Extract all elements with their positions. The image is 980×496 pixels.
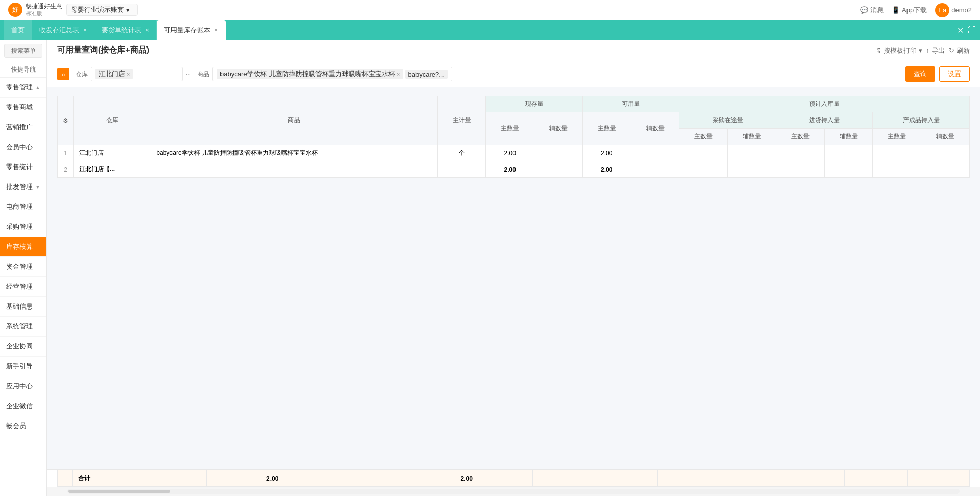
sidebar-item-enterprise[interactable]: 企业协同 (0, 337, 46, 357)
footer-table: 合计 2.00 2.00 (57, 470, 970, 487)
message-icon: 💬 (860, 6, 868, 14)
sidebar-item-app-center[interactable]: 应用中心 (0, 376, 46, 396)
tab-available-stock[interactable]: 可用量库存账本 × (157, 20, 226, 40)
tab-order-stats-close[interactable]: × (145, 27, 149, 34)
user-btn[interactable]: Ea demo2 (935, 3, 972, 17)
table-row: 1 江北门店 babycare学饮杯 儿童防摔防撞吸管杯重力球吸嘴杯宝宝水杯 个… (58, 145, 970, 161)
sidebar-item-system[interactable]: 系统管理 (0, 317, 46, 337)
sidebar-item-newbie[interactable]: 新手引导 (0, 357, 46, 376)
refresh-icon: ↻ (949, 46, 954, 54)
sidebar-item-enterprise-label: 企业协同 (6, 342, 33, 351)
settings-button[interactable]: 设置 (939, 66, 970, 82)
sidebar-item-operations[interactable]: 经营管理 (0, 277, 46, 297)
warehouse-filter-more[interactable]: ··· (186, 70, 191, 78)
top-bar-right: 💬 消息 📱 App下载 Ea demo2 (860, 3, 972, 17)
filter-expand-btn[interactable]: » (57, 68, 69, 80)
close-all-btn[interactable]: ✕ (957, 26, 964, 35)
warehouse-tag-close[interactable]: × (127, 71, 130, 77)
tab-available-stock-close[interactable]: × (214, 27, 218, 34)
query-button[interactable]: 查询 (905, 66, 935, 82)
footer-avail-main: 2.00 (401, 470, 532, 487)
th-settings[interactable]: ⚙ (58, 96, 74, 145)
sidebar-item-wholesale-mgmt[interactable]: 批发管理 ▼ (0, 177, 46, 197)
export-btn[interactable]: ↑ 导出 (926, 46, 945, 55)
sidebar-item-purchase-mgmt[interactable]: 采购管理 (0, 217, 46, 237)
tab-receive-send-close[interactable]: × (83, 27, 87, 34)
refresh-btn[interactable]: ↻ 刷新 (949, 46, 970, 55)
warehouse-tag-text: 江北门店 (99, 69, 125, 79)
user-name: demo2 (951, 6, 972, 14)
sidebar-item-ecommerce[interactable]: 电商管理 (0, 197, 46, 217)
table-footer: 合计 2.00 2.00 (47, 469, 980, 487)
template-print-label: 按模板打印 (884, 46, 917, 55)
message-label: 消息 (870, 6, 884, 15)
warehouse-filter-input[interactable]: 江北门店 × (91, 67, 183, 81)
nav-right-btns: ✕ ⛶ (957, 26, 976, 35)
filter-bar: » 仓库 江北门店 × ··· 商品 babycare学饮杯 儿童防摔防撞吸管杯… (47, 61, 980, 87)
horizontal-scrollbar[interactable] (67, 489, 960, 494)
cell-product-0: babycare学饮杯 儿童防摔防撞吸管杯重力球吸嘴杯宝宝水杯 (151, 145, 437, 161)
sidebar-item-inventory[interactable]: 库存核算 (0, 237, 46, 257)
sidebar-item-retail-mall[interactable]: 零售商城 (0, 98, 46, 117)
cell-purchase-aux-0 (728, 145, 776, 161)
cell-avail-main-0: 2.00 (582, 145, 631, 161)
sidebar-item-enterprise-wx[interactable]: 企业微信 (0, 396, 46, 416)
phone-icon: 📱 (892, 6, 900, 14)
cell-num-0: 1 (58, 145, 74, 161)
footer-row: 合计 2.00 2.00 (58, 470, 970, 487)
table-area: ⚙ 仓库 商品 主计量 现存量 可用量 预计入库量 主数量 辅数量 主数量 辅数… (47, 87, 980, 469)
footer-empty-settings (58, 470, 73, 487)
search-menu-btn[interactable]: 搜索菜单 (4, 44, 42, 58)
print-icon: 🖨 (875, 46, 881, 54)
filter-actions: 查询 设置 (905, 66, 970, 82)
sidebar-quick-nav[interactable]: 快捷导航 (0, 62, 46, 78)
sidebar-item-finance[interactable]: 资金管理 (0, 257, 46, 277)
fullscreen-btn[interactable]: ⛶ (968, 26, 976, 35)
cell-purchase-main-1 (679, 161, 728, 178)
tab-receive-send[interactable]: 收发存汇总表 × (32, 20, 94, 40)
tab-available-stock-label: 可用量库存账本 (164, 26, 210, 35)
th-incoming-aux: 辅数量 (824, 129, 873, 145)
app-download-btn[interactable]: 📱 App下载 (892, 6, 927, 15)
th-current-stock: 现存量 (486, 96, 583, 112)
cell-product-1 (151, 161, 437, 178)
th-product-aux: 辅数量 (921, 129, 970, 145)
top-bar: 好 畅捷通好生意 标准版 母婴行业演示账套 ▾ 💬 消息 📱 App下载 Ea … (0, 0, 980, 20)
product-filter-input[interactable]: babycare学饮杯 儿童防摔防撞吸管杯重力球吸嘴杯宝宝水杯 × babyca… (212, 67, 452, 81)
sidebar-item-vip[interactable]: 畅会员 (0, 416, 46, 436)
footer-stock-main: 2.00 (207, 470, 338, 487)
sidebar-item-retail-mgmt[interactable]: 零售管理 ▲ (0, 78, 46, 98)
tab-home[interactable]: 首页 (4, 20, 32, 40)
cell-product-main-1 (873, 161, 921, 178)
tab-order-stats[interactable]: 要货单统计表 × (94, 20, 157, 40)
th-product-main: 主数量 (873, 129, 921, 145)
avatar: Ea (935, 3, 949, 17)
footer-purchase-aux (657, 470, 720, 487)
page-title: 可用量查询(按仓库+商品) (57, 45, 149, 56)
sidebar-item-marketing[interactable]: 营销推广 (0, 117, 46, 137)
message-btn[interactable]: 💬 消息 (860, 6, 884, 15)
template-print-btn[interactable]: 🖨 按模板打印 ▾ (875, 46, 922, 55)
product-tag-0: babycare学饮杯 儿童防摔防撞吸管杯重力球吸嘴杯宝宝水杯 × (217, 69, 403, 79)
sidebar-item-retail-stats[interactable]: 零售统计 (0, 157, 46, 177)
sidebar-item-ecommerce-label: 电商管理 (6, 202, 33, 211)
cell-stock-aux-0 (534, 145, 583, 161)
industry-selector[interactable]: 母婴行业演示账套 ▾ (66, 4, 138, 16)
cell-warehouse-0: 江北门店 (74, 145, 151, 161)
cell-purchase-main-0 (679, 145, 728, 161)
main-layout: 搜索菜单 快捷导航 零售管理 ▲ 零售商城 营销推广 会员中心 零售统计 批发管… (0, 40, 980, 496)
chevron-icon-wholesale: ▼ (35, 184, 40, 190)
nav-tabs: 首页 收发存汇总表 × 要货单统计表 × 可用量库存账本 × ✕ ⛶ (0, 20, 980, 40)
footer-incoming-main (720, 470, 782, 487)
cell-stock-aux-1 (534, 161, 583, 178)
sidebar-item-member-center[interactable]: 会员中心 (0, 137, 46, 157)
th-purchase-transit: 采购在途量 (679, 112, 776, 129)
th-expected-in: 预计入库量 (679, 96, 970, 112)
page-header: 可用量查询(按仓库+商品) 🖨 按模板打印 ▾ ↑ 导出 ↻ 刷新 (47, 40, 980, 61)
sidebar-item-basics[interactable]: 基础信息 (0, 297, 46, 317)
sidebar-item-retail-mgmt-label: 零售管理 (6, 83, 33, 92)
cell-product-aux-0 (921, 145, 970, 161)
scroll-thumb[interactable] (68, 490, 170, 493)
footer-product-aux (907, 470, 969, 487)
product-tag-close-0[interactable]: × (397, 71, 400, 77)
